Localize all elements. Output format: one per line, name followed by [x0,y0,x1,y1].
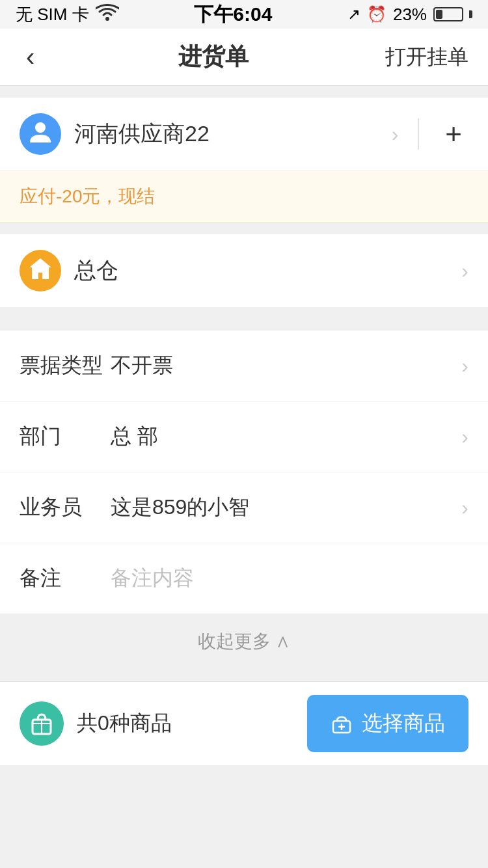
svg-point-0 [105,17,109,21]
add-supplier-button[interactable]: + [439,118,468,150]
avatar-icon [28,119,53,150]
wifi-icon [96,4,119,25]
svg-marker-2 [29,258,51,279]
warehouse-icon-circle [20,250,61,292]
supplier-chevron-icon: › [392,122,399,146]
department-chevron-icon: › [461,425,468,449]
cart-icon [29,711,55,737]
location-icon: ↗ [347,5,360,23]
invoice-chevron-icon: › [461,354,468,378]
battery-tip [469,10,472,18]
select-product-button[interactable]: 选择商品 [307,695,468,752]
salesman-value: 这是859的小智 [111,493,461,522]
remark-label: 备注 [20,564,111,593]
remark-input[interactable]: 备注内容 [111,564,468,593]
status-right: ↗ ⏰ 23% [347,5,472,25]
section-divider-3 [0,307,488,319]
supplier-section: 河南供应商22 › + 应付-20元，现结 [0,98,488,223]
product-count-icon-circle [20,701,64,746]
battery-percentage: 23% [393,5,427,25]
page-title: 进货单 [178,41,249,73]
alarm-icon: ⏰ [367,5,386,23]
invoice-type-label: 票据类型 [20,351,111,380]
collapse-toggle[interactable]: 收起更多 ∧ [0,614,488,670]
warning-banner: 应付-20元，现结 [0,171,488,223]
select-product-icon [331,711,354,737]
warehouse-name: 总仓 [74,256,461,286]
bottom-bar: 共0种商品 选择商品 [0,681,488,765]
salesman-row[interactable]: 业务员 这是859的小智 › [0,472,488,543]
department-label: 部门 [20,422,111,451]
section-divider-2 [0,223,488,234]
form-section: 票据类型 不开票 › 部门 总 部 › 业务员 这是859的小智 › 备注 备注… [0,331,488,614]
warning-text: 应付-20元，现结 [20,186,155,206]
department-value: 总 部 [111,422,461,451]
carrier-text: 无 SIM 卡 [16,3,89,26]
nav-bar: ‹ 进货单 打开挂单 [0,29,488,86]
salesman-label: 业务员 [20,493,111,522]
collapse-label: 收起更多 ∧ [198,631,291,651]
invoice-type-value: 不开票 [111,351,461,380]
status-time: 下午6:04 [194,1,272,28]
house-icon [28,256,53,286]
supplier-name: 河南供应商22 [74,119,392,149]
svg-point-1 [35,122,46,133]
battery-icon [433,7,463,21]
page-background [0,765,488,868]
invoice-type-row[interactable]: 票据类型 不开票 › [0,331,488,401]
select-product-label: 选择商品 [362,709,445,738]
section-divider-1 [0,86,488,98]
open-pending-button[interactable]: 打开挂单 [385,43,468,72]
status-bar: 无 SIM 卡 下午6:04 ↗ ⏰ 23% [0,0,488,29]
product-count-text: 共0种商品 [77,709,307,738]
remark-row[interactable]: 备注 备注内容 [0,543,488,614]
salesman-chevron-icon: › [461,496,468,520]
supplier-avatar [20,113,61,155]
warehouse-section: 总仓 › [0,234,488,307]
department-row[interactable]: 部门 总 部 › [0,401,488,472]
warehouse-chevron-icon: › [461,259,468,283]
back-button[interactable]: ‹ [20,36,41,78]
status-left: 无 SIM 卡 [16,3,119,26]
warehouse-row[interactable]: 总仓 › [0,234,488,307]
supplier-row[interactable]: 河南供应商22 › + [0,98,488,171]
supplier-divider [418,118,419,150]
